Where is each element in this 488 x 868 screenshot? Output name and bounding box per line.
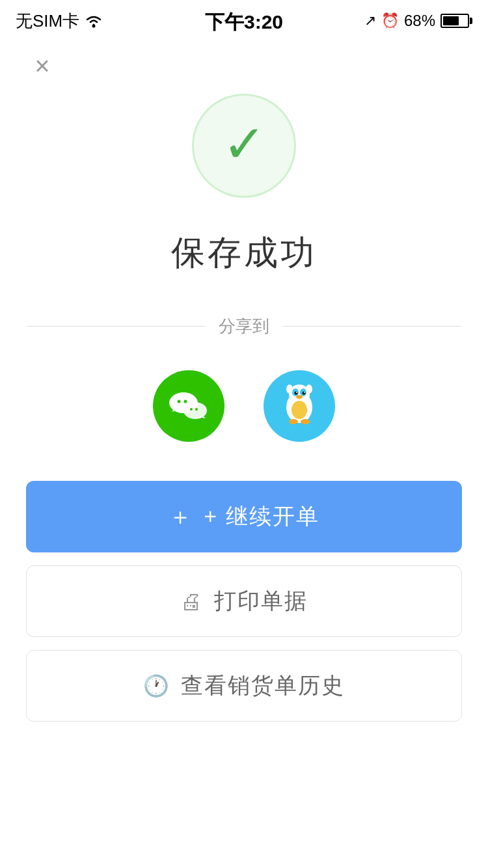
history-label: 查看销货单历史 [181, 671, 345, 701]
close-icon: × [34, 53, 49, 79]
wechat-icon [167, 387, 211, 425]
success-title: 保存成功 [171, 230, 317, 276]
action-buttons: ＋ + 继续开单 🖨 打印单据 🕐 查看销货单历史 [0, 481, 488, 722]
status-bar-right: ↗ ⏰ 68% [364, 12, 472, 30]
print-label: 打印单据 [214, 586, 308, 616]
share-section: 分享到 [0, 315, 488, 448]
svg-point-6 [195, 408, 198, 411]
svg-point-5 [190, 408, 193, 411]
alarm-icon: ⏰ [381, 12, 399, 29]
svg-point-18 [291, 401, 307, 419]
wechat-share-button[interactable] [153, 370, 224, 442]
main-content: ✓ 保存成功 分享到 [0, 42, 488, 735]
continue-icon: ＋ [169, 501, 193, 533]
status-bar: 无SIM卡 下午3:20 ↗ ⏰ 68% [0, 0, 488, 42]
continue-label: + 继续开单 [204, 502, 319, 532]
location-icon: ↗ [364, 12, 376, 29]
svg-point-4 [184, 400, 187, 403]
print-button[interactable]: 🖨 打印单据 [26, 565, 462, 637]
checkmark-icon: ✓ [223, 118, 266, 170]
wifi-icon [85, 14, 103, 28]
history-icon: 🕐 [143, 673, 170, 698]
share-divider: 分享到 [26, 315, 462, 338]
time-display: 下午3:20 [205, 9, 283, 36]
continue-button[interactable]: ＋ + 继续开单 [26, 481, 462, 552]
print-icon: 🖨 [180, 589, 204, 614]
svg-point-14 [303, 392, 306, 395]
svg-point-19 [289, 419, 298, 424]
svg-point-15 [296, 392, 297, 393]
svg-point-0 [92, 25, 96, 28]
qq-icon [278, 383, 321, 429]
svg-point-16 [304, 392, 305, 393]
close-button[interactable]: × [26, 49, 59, 82]
divider-line-left [26, 326, 206, 327]
svg-point-22 [306, 385, 312, 394]
battery-percentage: 68% [404, 12, 435, 30]
battery-icon [441, 14, 472, 28]
share-icons-row [26, 370, 462, 442]
success-circle: ✓ [192, 94, 296, 198]
status-bar-left: 无SIM卡 [16, 10, 103, 33]
svg-point-17 [296, 395, 303, 399]
svg-point-13 [295, 392, 298, 395]
svg-point-20 [301, 419, 310, 424]
qq-share-button[interactable] [264, 370, 335, 442]
divider-line-right [282, 326, 462, 327]
svg-point-3 [178, 400, 181, 403]
history-button[interactable]: 🕐 查看销货单历史 [26, 650, 462, 722]
carrier-text: 无SIM卡 [16, 10, 79, 33]
svg-point-21 [286, 385, 293, 394]
share-label: 分享到 [219, 315, 269, 338]
